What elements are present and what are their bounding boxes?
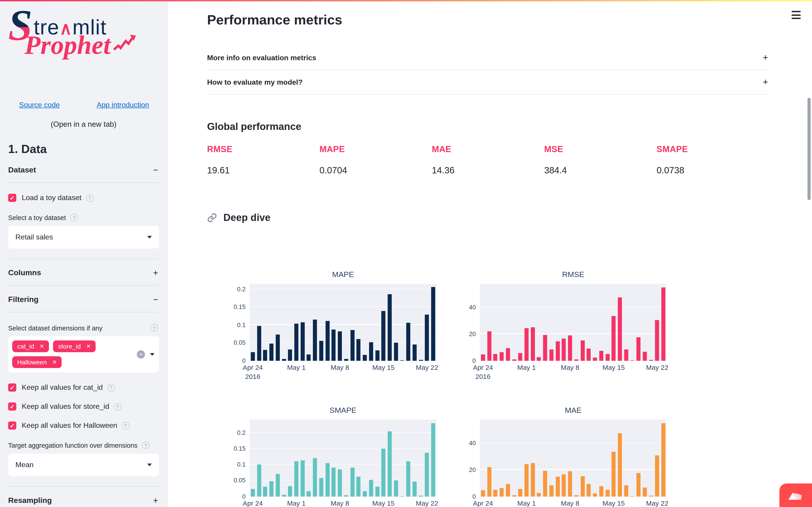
link-anchor-icon[interactable]	[207, 213, 217, 223]
help-icon[interactable]: ?	[107, 384, 115, 391]
bar	[363, 355, 367, 360]
toy-dataset-select[interactable]: Retail sales	[8, 226, 159, 248]
bar	[394, 480, 398, 496]
expander-more-info[interactable]: More info on evaluation metrics +	[207, 46, 769, 70]
bar	[562, 474, 566, 496]
bar	[481, 355, 485, 360]
app-introduction-link[interactable]: App introduction	[97, 101, 149, 109]
multiselect-tag[interactable]: Halloween✕	[12, 356, 62, 368]
checkbox-checked[interactable]: ✓	[8, 383, 16, 392]
help-icon[interactable]: ?	[86, 194, 94, 202]
bar	[487, 331, 491, 360]
menu-hamburger-icon[interactable]	[792, 11, 801, 19]
x-tick-label: May 1	[517, 363, 536, 371]
expand-plus-icon: +	[763, 53, 768, 63]
y-tick-label: 0.05	[234, 477, 246, 484]
y-tick-label: 0	[242, 493, 246, 500]
help-icon[interactable]: ?	[150, 324, 158, 332]
chart-title: SMAPE	[250, 406, 436, 415]
bar	[394, 343, 398, 360]
y-axis: 02040	[459, 419, 480, 496]
gridline	[480, 307, 667, 307]
bar	[556, 341, 560, 360]
group-header-columns[interactable]: Columns +	[8, 259, 159, 285]
chart-mape: MAPE 00.050.10.150.2 Apr 242016May 1May …	[229, 270, 436, 381]
plot-area[interactable]	[250, 284, 436, 360]
chevron-down-icon	[147, 236, 152, 238]
gridline	[250, 448, 436, 449]
bar	[263, 487, 267, 496]
bar	[313, 320, 317, 360]
help-icon[interactable]: ?	[114, 403, 121, 410]
bar	[580, 340, 585, 360]
bar	[413, 482, 417, 496]
source-code-link[interactable]: Source code	[19, 101, 60, 109]
y-axis: 00.050.10.150.2	[229, 284, 250, 360]
chevron-down-icon	[147, 463, 152, 466]
checkbox-checked[interactable]: ✓	[8, 402, 16, 410]
help-icon[interactable]: ?	[142, 441, 150, 449]
bar	[282, 495, 286, 496]
clear-all-icon[interactable]: ✕	[137, 350, 145, 358]
metric-mae: MAE 14.36	[432, 145, 544, 176]
group-header-resampling[interactable]: Resampling +	[8, 487, 159, 507]
remove-tag-icon[interactable]: ✕	[86, 343, 91, 349]
bar	[388, 294, 392, 360]
y-tick-label: 40	[469, 440, 476, 447]
bar	[612, 452, 616, 496]
multiselect-tag[interactable]: store_id✕	[53, 340, 96, 352]
checkbox-checked[interactable]: ✓	[8, 421, 16, 430]
toy-select-label: Select a toy dataset ?	[8, 214, 159, 221]
metric-label: RMSE	[207, 145, 319, 154]
collapse-minus-icon: −	[153, 295, 158, 305]
bar	[587, 348, 591, 360]
bar	[605, 354, 609, 360]
bar	[524, 464, 528, 496]
bar	[549, 485, 554, 496]
group-header-dataset[interactable]: Dataset −	[8, 156, 159, 182]
global-performance-heading: Global performance	[207, 121, 769, 133]
bar	[518, 489, 522, 496]
expander-label: How to evaluate my model?	[207, 78, 302, 86]
open-in-new-tab-note: (Open in a new tab)	[8, 120, 159, 128]
plot-area[interactable]	[480, 419, 667, 496]
bar	[282, 359, 286, 360]
chevron-down-icon[interactable]	[150, 353, 155, 356]
agg-function-select[interactable]: Mean	[8, 454, 159, 476]
bar	[425, 315, 429, 360]
expander-how-to-evaluate[interactable]: How to evaluate my model? +	[207, 70, 769, 95]
bar	[369, 342, 373, 360]
group-header-filtering[interactable]: Filtering −	[8, 286, 159, 312]
bar	[562, 339, 566, 360]
y-axis: 02040	[459, 284, 480, 360]
help-icon[interactable]: ?	[70, 214, 78, 221]
bar	[363, 491, 367, 496]
plot-area[interactable]	[480, 284, 667, 360]
select-value: Retail sales	[15, 233, 53, 241]
checkbox-checked[interactable]: ✓	[8, 194, 16, 202]
bar	[431, 287, 435, 360]
chart-row: SMAPE 00.050.10.150.2 Apr 242016May 1May…	[229, 406, 769, 507]
dims-label: Select dataset dimensions if any ?	[8, 324, 159, 332]
app-logo: Stre∧mlit Prophet	[8, 9, 159, 90]
expand-plus-icon: +	[153, 496, 158, 506]
x-tick-label: May 8	[561, 363, 579, 371]
checkbox-label: Keep all values for Halloween	[22, 421, 117, 430]
remove-tag-icon[interactable]: ✕	[52, 359, 57, 365]
x-axis: Apr 242016May 1May 8May 15May 22	[480, 360, 667, 381]
plot-area[interactable]	[250, 419, 436, 496]
bar	[543, 471, 547, 496]
remove-tag-icon[interactable]: ✕	[40, 343, 44, 349]
multiselect-tag[interactable]: cat_id✕	[12, 340, 49, 352]
keep-halloween-checkbox-row: ✓ Keep all values for Halloween ?	[8, 421, 159, 430]
help-icon[interactable]: ?	[122, 422, 130, 429]
streamlit-badge[interactable]	[779, 484, 812, 507]
divider	[8, 182, 159, 183]
chart-smape: SMAPE 00.050.10.150.2 Apr 242016May 1May…	[229, 406, 436, 507]
bar	[568, 471, 572, 496]
vertical-scrollbar-thumb[interactable]	[807, 98, 811, 200]
bar	[530, 463, 535, 496]
dimensions-multiselect[interactable]: cat_id✕ store_id✕ Halloween✕ ✕	[8, 336, 159, 373]
bar	[357, 477, 361, 496]
metric-mse: MSE 384.4	[544, 145, 657, 176]
